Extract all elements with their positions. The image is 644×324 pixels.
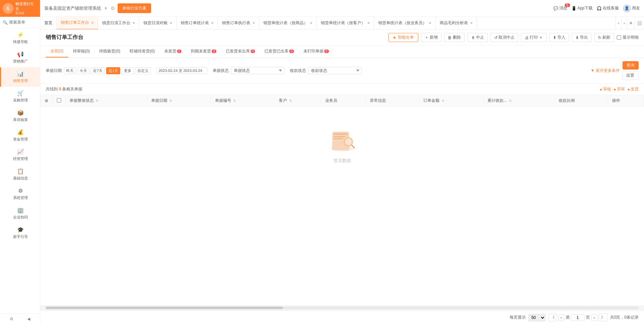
export-button[interactable]: ⬇ 导出: [572, 33, 592, 42]
tab-stat-customer[interactable]: 销货单统计表（按客户） ✕: [317, 17, 374, 30]
tab-expand[interactable]: ⬜: [635, 17, 644, 30]
tab-stat-customer-close[interactable]: ✕: [367, 21, 370, 25]
quick-nav-label: 快捷导航: [13, 39, 28, 44]
delete-button[interactable]: 🗑 删除: [444, 33, 465, 42]
sidebar-item-basic-info[interactable]: 📋 基础信息: [0, 165, 40, 184]
tab-cash-reconcile[interactable]: 钱货日清对账 ✕: [139, 17, 177, 30]
tab-daily-cash[interactable]: 钱货日清工作台 ✕: [98, 17, 139, 30]
filter-tab-not-shipped[interactable]: 未发货0: [160, 46, 186, 57]
col-date[interactable]: 单据日期 ⇅: [147, 95, 211, 107]
sidebar-item-marketing[interactable]: 📢 营销推广: [0, 48, 40, 67]
filter-tab-shipped-warehoused[interactable]: 已发货已出库0: [260, 46, 299, 57]
filter-tab-shipped-not-warehoused[interactable]: 已发货未出库0: [221, 46, 260, 57]
page-first-btn[interactable]: 《: [548, 314, 557, 321]
solution-button[interactable]: 体验行业方案: [118, 3, 151, 13]
filter-tab-pending-inspect[interactable]: 待拣验货(0): [94, 46, 125, 57]
col-checkbox[interactable]: [53, 95, 66, 107]
filter-tab-all[interactable]: 全部(0): [46, 46, 68, 57]
review-op-btn[interactable]: ● 审核: [600, 86, 611, 92]
tab-sales-stat-close[interactable]: ✕: [211, 21, 214, 25]
tab-profit-close[interactable]: ✕: [470, 21, 473, 25]
scroll-track[interactable]: [46, 307, 639, 309]
col-settings[interactable]: ⚙: [41, 95, 53, 107]
collapse-icon[interactable]: ◀: [27, 317, 30, 321]
tab-sales-stat[interactable]: 销售订单统计表 ✕: [177, 17, 218, 30]
tab-stat-staff-close[interactable]: ✕: [429, 21, 431, 25]
page-size-select[interactable]: 50 100: [528, 314, 546, 321]
show-detail-label[interactable]: 显示明细: [617, 35, 639, 40]
print-button[interactable]: 🖨 打印 ▼: [521, 33, 547, 42]
tab-scroll-left[interactable]: ‹: [615, 17, 621, 30]
tab-cash-reconcile-close[interactable]: ✕: [170, 21, 172, 25]
date-btn-7days[interactable]: 近7天: [91, 67, 105, 74]
date-btn-custom[interactable]: 自定义: [135, 67, 151, 74]
page-last-btn[interactable]: 》: [599, 314, 607, 321]
tab-stat-product-close[interactable]: ✕: [310, 21, 312, 25]
sidebar-item-sales[interactable]: 📊 销售管理: [0, 67, 40, 87]
tab-stat-product[interactable]: 销货单统计表（按商品） ✕: [259, 17, 317, 30]
show-detail-checkbox[interactable]: [617, 35, 621, 40]
date-filter-label: 单据日期: [46, 68, 62, 74]
import-button[interactable]: ⬆ 导入: [549, 33, 569, 42]
payment-select[interactable]: 收款状态: [308, 67, 362, 74]
search-menu[interactable]: 🔍 搜索菜单: [0, 17, 40, 28]
col-customer[interactable]: 客户 ⇅: [275, 95, 321, 107]
date-btn-yesterday[interactable]: 昨天: [64, 67, 76, 74]
tab-scroll-right[interactable]: ›: [621, 17, 627, 30]
tab-home[interactable]: 首页: [40, 17, 57, 30]
page-prev-btn[interactable]: ‹: [558, 314, 564, 321]
sidebar-item-enterprise[interactable]: 🏢 企业协同: [0, 204, 40, 223]
expand-conditions-btn[interactable]: ▼ 展开更多条件: [591, 68, 620, 74]
date-range-input[interactable]: [156, 67, 207, 74]
ship-op-btn[interactable]: ● 发货: [628, 86, 639, 92]
horizontal-scrollbar[interactable]: [40, 305, 644, 311]
cancel-pause-button[interactable]: ↺ 取消中止: [490, 33, 518, 42]
col-status[interactable]: 单据整体状态 ⇅: [66, 95, 147, 107]
message-action[interactable]: 💬 消息 5: [553, 5, 567, 11]
sidebar-item-operations[interactable]: 📈 经营管理: [0, 145, 40, 165]
date-btn-today[interactable]: 今天: [77, 67, 89, 74]
sidebar-item-finance[interactable]: 💰 资金管理: [0, 126, 40, 145]
service-action[interactable]: 🎧 在线客服: [597, 5, 619, 11]
download-action[interactable]: 📱 App下载: [571, 5, 593, 11]
col-collected[interactable]: 累计收款... ⇅: [483, 95, 554, 107]
filter-tab-wang-pending[interactable]: 旺铺待发货(0): [125, 46, 160, 57]
sidebar-item-purchase[interactable]: 🛒 采购管理: [0, 87, 40, 106]
page-next-btn[interactable]: ›: [591, 314, 597, 321]
filter-tab-not-printed[interactable]: 未打印单据0: [299, 46, 334, 57]
settings-gear-icon[interactable]: ⚙: [111, 5, 115, 11]
status-select[interactable]: 单据状态: [231, 67, 285, 74]
filter-tab-overdue[interactable]: 到期未发货0: [186, 46, 221, 57]
date-btn-1month[interactable]: 近1月: [106, 67, 120, 74]
refresh-button[interactable]: ↻ 刷新: [594, 33, 614, 42]
query-button[interactable]: 查询: [622, 61, 639, 70]
tab-sales-exec-close[interactable]: ✕: [252, 21, 255, 25]
unreview-op-btn[interactable]: ● 弃审: [614, 86, 625, 92]
service-icon: 🎧: [597, 6, 602, 11]
pause-button[interactable]: ⏸ 中止: [467, 33, 488, 42]
tab-profit[interactable]: 商品毛利分析表 ✕: [436, 17, 477, 30]
dropdown-icon[interactable]: ▼: [104, 6, 108, 11]
page-input[interactable]: [571, 314, 585, 321]
smart-create-button[interactable]: ★ 智能生单: [388, 33, 418, 42]
tab-sales-workbench[interactable]: 销售订单工作台 ✕: [57, 17, 98, 30]
sidebar-item-guide[interactable]: 🎓 新手引导: [0, 223, 40, 243]
tab-stat-staff[interactable]: 销货单统计表（按业务员） ✕: [374, 17, 436, 30]
tab-sales-workbench-close[interactable]: ✕: [91, 21, 94, 25]
sidebar-item-system[interactable]: ⚙ 系统管理: [0, 184, 40, 204]
scroll-thumb[interactable]: [46, 307, 283, 309]
date-btn-more[interactable]: 更多: [122, 67, 134, 74]
settings-icon[interactable]: ⚙: [10, 317, 13, 321]
tab-sales-exec[interactable]: 销售订单执行表 ✕: [218, 17, 259, 30]
sidebar-item-inventory[interactable]: 📦 库存核算: [0, 106, 40, 126]
tab-daily-cash-close[interactable]: ✕: [132, 21, 135, 25]
add-button[interactable]: ＋ 新增: [421, 33, 441, 42]
sidebar-item-quick-nav[interactable]: ⚡ 快捷导航: [0, 28, 40, 48]
user-action[interactable]: 👤 用友: [623, 4, 640, 12]
col-amount[interactable]: 订单金额 ⇅: [419, 95, 483, 107]
select-all-checkbox[interactable]: [57, 98, 61, 103]
filter-tab-pending-review[interactable]: 待审核(0): [68, 46, 95, 57]
settings-button[interactable]: 设置: [622, 71, 639, 80]
tab-close-all[interactable]: ✕: [627, 17, 635, 30]
col-number[interactable]: 单据编号 ⇅: [211, 95, 275, 107]
